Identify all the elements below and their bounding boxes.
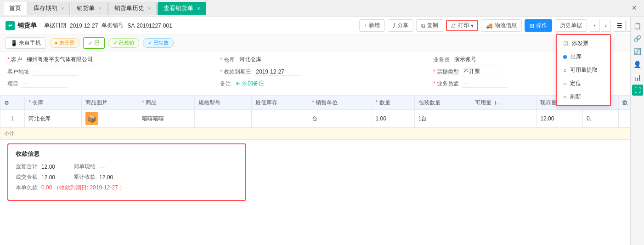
- outstanding-amount: 0.00: [41, 184, 52, 191]
- logistics-button[interactable]: 🚚 物流信息: [481, 19, 522, 32]
- row-min-stock: [251, 110, 308, 128]
- row-pack-qty: 1台: [414, 110, 471, 128]
- nav-next-button[interactable]: ›: [601, 20, 611, 32]
- add-note-button[interactable]: ⊕ 添加备注: [234, 79, 280, 88]
- tab-sales[interactable]: 销货单 ×: [71, 2, 107, 15]
- project-value[interactable]: —: [21, 80, 67, 88]
- tab-bar: 首页 库存期初 × 销货单 × 销货单历史 × 查看销货单 × ×: [0, 0, 644, 17]
- project-label: 项目: [7, 80, 18, 88]
- list-view-button[interactable]: ☰: [614, 20, 626, 32]
- outstanding-value: 0.00 （收款到期日: 2019-12-27 ）: [41, 184, 125, 192]
- tab-view-sales[interactable]: 查看销货单 ×: [158, 2, 206, 15]
- customer-field: 客户 柳州粤港平安气体有限公司: [7, 55, 211, 64]
- staff-label: 业务员: [433, 56, 450, 64]
- staff2-value[interactable]: —: [462, 80, 508, 88]
- cumulative-item: 累计收款 12.00: [73, 173, 113, 181]
- outstanding-label: 本单欠款: [16, 184, 38, 192]
- operation-label: 操作: [536, 22, 547, 29]
- row-avail-qty: [471, 110, 537, 128]
- share-button[interactable]: ⤴ 分享: [388, 19, 413, 32]
- share-label: 分享: [397, 22, 408, 29]
- payment-row-1: 金额合计 12.00 同单现结 —: [16, 163, 238, 171]
- effect-button[interactable]: ✓ 已生效: [143, 38, 174, 48]
- tab-inventory[interactable]: 库存期初 ×: [28, 2, 70, 15]
- customer-label: 客户: [7, 56, 22, 64]
- copy-button[interactable]: ⧉ 复制: [416, 19, 443, 32]
- address-value[interactable]: —: [32, 68, 78, 76]
- col-product: * 商品: [138, 96, 194, 110]
- row-no: 1: [0, 110, 25, 128]
- tab-sales-close[interactable]: ×: [98, 6, 101, 11]
- sales-table: ⚙ * 仓库 商品图片 * 商品 规格型号 最低库存 * 销售单位 * 数量 包…: [0, 96, 644, 140]
- col-warehouse: * 仓库: [25, 96, 81, 110]
- payment-row-2: 成交金额 12.00 累计收款 12.00: [16, 173, 238, 181]
- dropdown-item-position[interactable]: ○ 定位: [557, 77, 610, 90]
- product-thumbnail: 📦: [85, 112, 98, 125]
- col-gear: ⚙: [0, 96, 25, 110]
- tab-view-sales-close[interactable]: ×: [197, 6, 200, 11]
- verify-label: 已: [94, 39, 100, 47]
- due-date-value[interactable]: 2019-12-27: [254, 68, 300, 76]
- new-button[interactable]: + 新增: [359, 19, 385, 32]
- tab-inventory-close[interactable]: ×: [61, 6, 64, 11]
- not-open-button[interactable]: ● 未开票: [50, 38, 79, 48]
- dropdown-item-available-qty[interactable]: ○ 可用量提取: [557, 63, 610, 77]
- from-mobile-button[interactable]: 📱 来自手机: [6, 37, 46, 49]
- dropdown-item-outbound[interactable]: 出库: [557, 50, 610, 63]
- table-row: 1 河北仓库 📦 嘻嘻嘻嘻 台 1.00 1台 12.00 0.: [0, 110, 644, 128]
- form-section: 客户 柳州粤港平安气体有限公司 仓库 河北仓库 业务员 演示账号 客户地址 — …: [0, 51, 644, 95]
- customer-value[interactable]: 柳州粤港平安气体有限公司: [25, 55, 95, 64]
- done-icon: ✓: [113, 40, 118, 46]
- not-open-label: 未开票: [59, 40, 74, 46]
- no-label: 单据编号: [102, 22, 124, 29]
- outstanding-date: 2019-12-27: [90, 184, 118, 191]
- operation-button[interactable]: ⊞ 操作: [525, 19, 552, 32]
- form-row-2: 客户地址 — 收款到期日 2019-12-27 票据类型 不开票: [7, 67, 637, 76]
- sidebar-icon-link[interactable]: 🔗: [632, 33, 643, 44]
- col-qty: * 数量: [372, 96, 414, 110]
- warehouse-value[interactable]: 河北仓库: [237, 55, 283, 64]
- cumulative-value: 12.00: [99, 174, 113, 181]
- sidebar-icon-chart[interactable]: 📊: [632, 72, 643, 83]
- table-header-row: ⚙ * 仓库 商品图片 * 商品 规格型号 最低库存 * 销售单位 * 数量 包…: [0, 96, 644, 110]
- row-stock: 12.00: [537, 110, 583, 128]
- warehouse-label: 仓库: [220, 56, 235, 64]
- row-price: 0.: [583, 110, 619, 128]
- sidebar-icon-doc[interactable]: 📋: [632, 20, 643, 31]
- doc-title-text: 销货单: [17, 22, 37, 30]
- gear-icon: ⚙: [4, 100, 9, 106]
- nav-prev-button[interactable]: ‹: [590, 20, 600, 32]
- tab-home-label: 首页: [9, 4, 21, 12]
- dropdown-item-refresh[interactable]: ○ 刷新: [557, 90, 610, 103]
- col-pack-qty: 包装数量: [414, 96, 471, 110]
- tab-home[interactable]: 首页: [4, 2, 27, 15]
- print-button[interactable]: 🖨 打印 ▾: [446, 20, 478, 31]
- doc-icon: ↩: [6, 21, 15, 30]
- transaction-label: 成交金额: [16, 173, 38, 181]
- project-field: 项目 —: [7, 80, 211, 88]
- tab-sales-history-close[interactable]: ×: [148, 6, 151, 11]
- outbound-label: 出库: [571, 53, 582, 61]
- ticket-value[interactable]: 不开票: [462, 67, 508, 76]
- subtotal-row: 小计: [0, 128, 644, 140]
- payment-info-section: 收款信息 金额合计 12.00 同单现结 — 成交金额 12.00 累计收款 1…: [7, 143, 246, 201]
- add-invoice-label: 添发票: [572, 40, 588, 47]
- verify-button[interactable]: ✓ 已: [83, 37, 105, 49]
- outstanding-note2: ）: [119, 184, 125, 191]
- no-value: SA-20191227-001: [127, 23, 172, 29]
- dropdown-item-add-invoice[interactable]: ☑ 添发票: [557, 37, 610, 50]
- form-row-1: 客户 柳州粤港平安气体有限公司 仓库 河北仓库 业务员 演示账号: [7, 55, 637, 64]
- mobile-icon: 📱: [11, 40, 17, 46]
- close-window-button[interactable]: ×: [628, 3, 640, 13]
- staff-value[interactable]: 演示账号: [452, 55, 498, 64]
- verify-icon: ✓: [88, 40, 93, 46]
- sidebar-icon-user[interactable]: 👤: [632, 59, 643, 70]
- outstanding-note: （收款到期日:: [54, 184, 90, 191]
- sidebar-icon-expand[interactable]: ⛶: [632, 85, 643, 96]
- history-button[interactable]: 历史单据: [555, 19, 587, 32]
- tab-sales-history[interactable]: 销货单历史 ×: [108, 2, 157, 15]
- available-qty-icon: ○: [563, 67, 566, 74]
- done-button[interactable]: ✓ 已核销: [108, 38, 139, 48]
- sidebar-icon-refresh[interactable]: 🔄: [632, 46, 643, 57]
- amount-total-label: 金额合计: [16, 163, 38, 171]
